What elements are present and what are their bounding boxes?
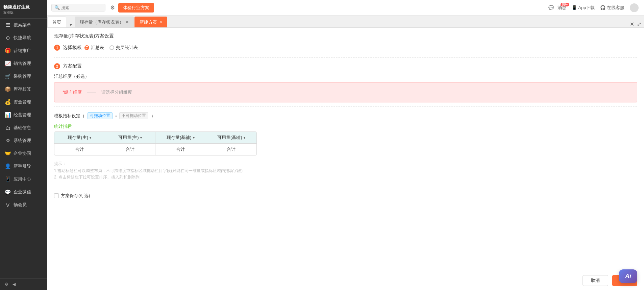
app-center-label: 应用中心	[14, 176, 31, 182]
sidebar-item-management[interactable]: 📊 经营管理	[0, 108, 47, 121]
basic-info-label: 基础信息	[14, 125, 31, 131]
basic-info-icon: 🗂	[5, 125, 11, 131]
dimension-placeholder[interactable]: 请选择分组维度	[101, 89, 132, 95]
stats-table-header: 现存量(主)▾可用量(主)▾现存量(基辅)▾可用量(基辅)▾	[54, 132, 256, 144]
sidebar-item-quick-nav[interactable]: ⊙ 快捷导航	[0, 31, 47, 44]
col-label-3: 可用量(基辅)	[217, 135, 242, 141]
purchase-label: 采购管理	[14, 73, 31, 79]
quick-nav-label: 快捷导航	[14, 35, 31, 41]
collapse-icon[interactable]: ◀	[13, 282, 16, 287]
message-button[interactable]: 💬 99+ 消息	[548, 5, 566, 11]
page-title: 现存量(库存状况表)方案设置	[54, 33, 637, 39]
search-menu-icon: ☰	[5, 22, 11, 28]
sidebar-item-inventory[interactable]: 📦 库存核算	[0, 83, 47, 96]
user-info[interactable]	[630, 3, 640, 12]
col-label-1: 可用量(主)	[118, 135, 139, 141]
radio-cross-circle	[109, 45, 114, 50]
trial-button[interactable]: 体验行业方案	[118, 3, 154, 13]
no-drag-badge: 不可拖动位置	[119, 112, 148, 119]
tab-expand-icon[interactable]: ▾	[67, 22, 75, 27]
management-label: 经营管理	[14, 112, 31, 118]
online-service-button[interactable]: 🎧 在线客服	[600, 5, 624, 11]
sales-label: 销售管理	[14, 61, 31, 67]
inventory-icon: 📦	[5, 86, 11, 92]
sidebar-item-system[interactable]: ⚙ 系统管理	[0, 134, 47, 147]
sidebar-item-search-menu[interactable]: ☰ 搜索菜单	[0, 19, 47, 31]
tab-inventory-close[interactable]: ✕	[126, 20, 129, 24]
stats-col-header-3[interactable]: 可用量(基辅)▾	[206, 132, 257, 143]
section2-title: 方案配置	[63, 63, 82, 69]
sidebar-item-purchase[interactable]: 🛒 采购管理	[0, 70, 47, 83]
indicator-label-text: 模板指标设定（	[54, 113, 85, 119]
sidebar-item-finance[interactable]: 💰 资金管理	[0, 96, 47, 108]
sidebar-nav: ☰ 搜索菜单 ⊙ 快捷导航 🎁 营销推广 📈 销售管理 🛒 采购管理 📦 库存核…	[0, 19, 47, 278]
search-icon: 🔍	[54, 5, 60, 10]
tips-item-2: 2. 点击标题栏下拉可设置排序、插入列和删除列	[54, 174, 637, 180]
sidebar-item-wechat[interactable]: 💬 企业微信	[0, 186, 47, 198]
newcomer-icon: 👤	[5, 163, 11, 169]
finance-icon: 💰	[5, 99, 11, 105]
save-checkbox[interactable]	[54, 193, 59, 198]
stats-col-header-2[interactable]: 现存量(基辅)▾	[155, 132, 206, 143]
topbar-right: 💬 99+ 消息 📱 App下载 🎧 在线客服	[548, 3, 640, 12]
radio-summary-label: 汇总表	[91, 45, 104, 51]
drag-badge: 可拖动位置	[88, 112, 113, 119]
dimension-label: 汇总维度（必选）	[54, 73, 637, 79]
sidebar-item-newcomer[interactable]: 👤 新手引导	[0, 160, 47, 173]
tab-home-label: 首页	[52, 19, 61, 25]
window-close-icon[interactable]: ✕	[630, 21, 634, 27]
stats-col-header-0[interactable]: 现存量(主)▾	[54, 132, 105, 143]
indicator-sep: ▪	[115, 114, 117, 118]
sidebar-item-basic-info[interactable]: 🗂 基础信息	[0, 121, 47, 134]
marketing-label: 营销推广	[14, 48, 31, 54]
newcomer-label: 新手引导	[14, 163, 31, 169]
purchase-icon: 🛒	[5, 73, 11, 79]
stats-table-body: 合计合计合计合计	[54, 144, 256, 155]
tab-inventory-status[interactable]: 现存量（库存状况表） ✕	[75, 17, 134, 27]
col-sub-2: 合计	[176, 146, 185, 152]
save-option: 方案保存(可选)	[54, 193, 637, 199]
sidebar-footer: ⚙ ◀	[0, 278, 47, 290]
ai-float-button[interactable]: Ai	[619, 269, 637, 283]
section1-title: 选择模板	[63, 45, 82, 51]
enterprise-icon: 🤝	[5, 150, 11, 156]
cancel-button[interactable]: 取消	[583, 275, 608, 286]
tab-home[interactable]: 首页	[47, 17, 66, 27]
tab-new-plan-close[interactable]: ✕	[159, 20, 162, 24]
settings-icon[interactable]: ⚙	[5, 282, 8, 287]
sidebar-item-app-center[interactable]: 📱 应用中心	[0, 173, 47, 186]
radio-cross[interactable]: 交叉统计表	[109, 45, 138, 51]
section1-header: 1 选择模板 汇总表 交叉统计表	[54, 45, 637, 51]
col-chevron-1: ▾	[140, 136, 142, 140]
radio-cross-label: 交叉统计表	[116, 45, 138, 51]
system-label: 系统管理	[14, 138, 31, 144]
sidebar: 畅康通好生意 标准版 ☰ 搜索菜单 ⊙ 快捷导航 🎁 营销推广 📈 销售管理 🛒…	[0, 0, 47, 290]
avatar	[630, 3, 639, 12]
app-name: 畅康通好生意	[3, 4, 44, 10]
system-icon: ⚙	[5, 138, 11, 144]
sidebar-item-enterprise[interactable]: 🤝 企业协同	[0, 147, 47, 160]
section-choose-template: 1 选择模板 汇总表 交叉统计表	[54, 45, 637, 51]
sidebar-item-sales[interactable]: 📈 销售管理	[0, 57, 47, 70]
window-buttons: ✕ ⤢	[630, 21, 644, 27]
tips-item-2-text: 2. 点击标题栏下拉可设置排序、插入列和删除列	[54, 175, 140, 179]
app-download-button[interactable]: 📱 App下载	[572, 5, 595, 11]
stats-col-header-1[interactable]: 可用量(主)▾	[105, 132, 156, 143]
dimension-arrow: ——	[87, 90, 96, 95]
phone-icon: 📱	[572, 5, 577, 10]
topbar-gear-icon[interactable]: ⚙	[110, 4, 115, 11]
sidebar-item-vip[interactable]: V 畅会员	[0, 198, 47, 211]
tips-title: 提示：	[54, 161, 637, 167]
tips-item-1: 1.拖动标题栏可以调整布局，不可跨维度或指标区域拖动栏目字段(只能在同一维度或指…	[54, 168, 637, 174]
col-label-2: 现存量(基辅)	[167, 135, 192, 141]
search-box[interactable]: 🔍	[51, 4, 105, 11]
headset-icon: 🎧	[600, 5, 605, 10]
window-expand-icon[interactable]: ⤢	[637, 21, 641, 27]
stats-col-cell-0: 合计	[54, 144, 105, 155]
main-area: 🔍 ⚙ 体验行业方案 💬 99+ 消息 📱 App下载 🎧 在线客服	[47, 0, 644, 290]
radio-summary[interactable]: 汇总表	[84, 45, 104, 51]
sales-icon: 📈	[5, 61, 11, 67]
tab-new-plan[interactable]: 新建方案 ✕	[134, 17, 167, 27]
search-input[interactable]	[61, 5, 102, 10]
sidebar-item-marketing[interactable]: 🎁 营销推广	[0, 44, 47, 57]
